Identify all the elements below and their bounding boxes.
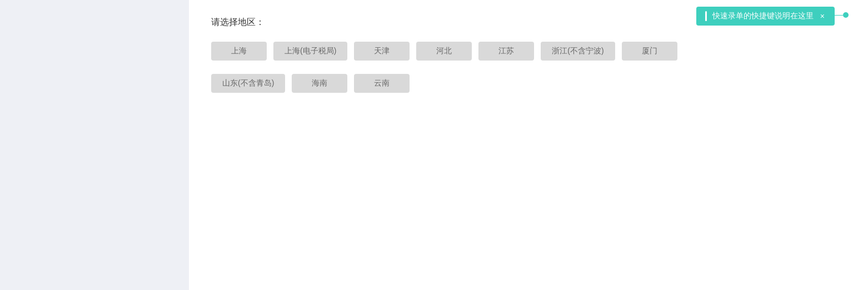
region-btn-yunnan[interactable]: 云南 [354, 74, 410, 93]
tooltip-close-button[interactable]: × [819, 12, 826, 21]
region-btn-jiangsu[interactable]: 江苏 [478, 42, 534, 61]
region-btn-shanghai-etax[interactable]: 上海(电子税局) [273, 42, 347, 61]
region-btn-hainan[interactable]: 海南 [292, 74, 347, 93]
main-content: 请选择地区： 上海上海(电子税局)天津河北江苏浙江(不含宁波)厦门 山东(不含青… [189, 0, 868, 290]
tooltip-connector-dot [843, 12, 849, 18]
sidebar [0, 0, 189, 290]
region-buttons: 上海上海(电子税局)天津河北江苏浙江(不含宁波)厦门 山东(不含青岛)海南云南 [211, 42, 846, 93]
tooltip-banner: 快速录单的快捷键说明在这里 × [696, 7, 835, 26]
region-btn-hebei[interactable]: 河北 [416, 42, 472, 61]
region-btn-shandong[interactable]: 山东(不含青岛) [211, 74, 285, 93]
tooltip-bar [705, 11, 707, 21]
region-btn-zhejiang[interactable]: 浙江(不含宁波) [541, 42, 615, 61]
tooltip-label: 快速录单的快捷键说明在这里 [712, 11, 814, 21]
region-btn-tianjin[interactable]: 天津 [354, 42, 410, 61]
region-btn-xiamen[interactable]: 厦门 [622, 42, 677, 61]
region-row-1: 上海上海(电子税局)天津河北江苏浙江(不含宁波)厦门 [211, 42, 677, 61]
region-btn-shanghai[interactable]: 上海 [211, 42, 267, 61]
region-row-2: 山东(不含青岛)海南云南 [211, 74, 410, 93]
tooltip-connector-line [835, 15, 843, 16]
